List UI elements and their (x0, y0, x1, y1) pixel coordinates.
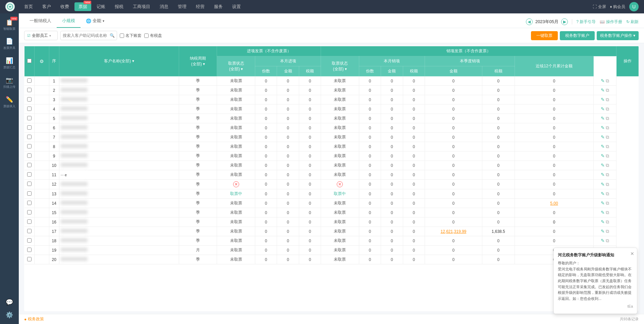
refresh-btn[interactable]: ↻ 刷新 (626, 19, 639, 25)
nav-home[interactable]: 首页 (20, 2, 37, 11)
sidebar-item-smart-ticket[interactable]: 📋 智能取票 new (0, 16, 19, 34)
nav-settings[interactable]: 设置 (228, 2, 245, 11)
nav-service[interactable]: 服务 (210, 2, 227, 11)
guide-btn[interactable]: ? 新手引导 (576, 19, 596, 25)
row-checkbox[interactable] (27, 219, 32, 224)
manual-btn[interactable]: 📖 操作手册 (600, 19, 622, 25)
policy-label[interactable]: 税务政策 (28, 316, 44, 322)
edit-icon[interactable]: ✎ (601, 182, 605, 187)
vip-btn[interactable]: ♦ 购会员 (610, 4, 625, 10)
notification-close-btn[interactable]: ✕ (630, 250, 634, 257)
edit-icon[interactable]: ✎ (601, 191, 605, 196)
highlight-value[interactable]: 5.00 (550, 201, 558, 206)
user-avatar[interactable]: U (629, 2, 639, 11)
sidebar-item-config[interactable]: ⚙️ (4, 309, 14, 321)
tab-small-scale[interactable]: 小规模 (57, 14, 80, 28)
edit-icon[interactable]: ✎ (601, 78, 605, 83)
sidebar-item-invoice-open[interactable]: 📄 发票开具 (0, 35, 19, 53)
row-checkbox[interactable] (27, 88, 32, 92)
copy-icon[interactable]: ⧉ (606, 87, 609, 93)
select-all-checkbox[interactable] (27, 59, 32, 63)
checkbox-sub-account[interactable]: 名下账套 (120, 33, 142, 39)
edit-icon[interactable]: ✎ (601, 153, 605, 158)
row-checkbox[interactable] (27, 135, 32, 139)
period-prev-btn[interactable]: ◀ (526, 18, 533, 25)
nav-tax[interactable]: 报税 (111, 2, 127, 11)
copy-icon[interactable]: ⧉ (606, 172, 609, 177)
row-checkbox[interactable] (27, 248, 32, 252)
tab-general-taxpayer[interactable]: 一般纳税人 (24, 14, 57, 28)
row-checkbox[interactable] (27, 144, 32, 148)
row-checkbox[interactable] (27, 182, 32, 186)
row-checkbox[interactable] (27, 116, 32, 120)
period-next-btn[interactable]: ▶ (561, 18, 568, 25)
row-checkbox[interactable] (27, 97, 32, 102)
nav-ticket[interactable]: 票据 new (74, 2, 91, 11)
row-checkbox[interactable] (27, 163, 32, 167)
row-checkbox[interactable] (27, 107, 32, 111)
copy-icon[interactable]: ⧉ (606, 229, 609, 234)
digital-account-op-btn[interactable]: 税务数字账户操作 ▾ (597, 31, 639, 40)
quarter-amount-highlight[interactable]: 12,621,319.99 (441, 229, 467, 234)
edit-icon[interactable]: ✎ (601, 172, 605, 177)
sidebar-item-scan[interactable]: 📷 扫描上传 (0, 74, 19, 92)
search-box[interactable]: 🔍 (60, 31, 117, 40)
sidebar-item-summary[interactable]: 📊 票据汇总 (0, 54, 19, 72)
row-checkbox[interactable] (27, 238, 32, 243)
copy-icon[interactable]: ⧉ (606, 200, 609, 206)
sidebar-item-entry[interactable]: ✏️ 票据录入 (0, 93, 19, 111)
copy-icon[interactable]: ⧉ (606, 210, 609, 215)
sidebar-item-message[interactable]: 💬 (4, 296, 14, 309)
row-checkbox[interactable] (27, 78, 32, 83)
edit-icon[interactable]: ✎ (601, 144, 605, 149)
nav-fee[interactable]: 收费 (56, 2, 73, 11)
edit-icon[interactable]: ✎ (601, 116, 605, 121)
nav-manage[interactable]: 管理 (174, 2, 191, 11)
row-checkbox[interactable] (27, 210, 32, 214)
nav-message[interactable]: 消息 (156, 2, 172, 11)
copy-icon[interactable]: ⧉ (606, 125, 609, 130)
checkbox-tax-disk[interactable]: 有税盘 (144, 33, 162, 39)
employee-select[interactable]: ☑ 全部员工 ▾ (24, 31, 58, 40)
edit-icon[interactable]: ✎ (601, 210, 605, 215)
copy-icon[interactable]: ⧉ (606, 219, 609, 224)
edit-icon[interactable]: ✎ (601, 106, 605, 112)
edit-icon[interactable]: ✎ (601, 219, 605, 224)
copy-icon[interactable]: ⧉ (606, 144, 609, 149)
tab-all[interactable]: 🌐 全能 ▾ (80, 14, 110, 28)
edit-icon[interactable]: ✎ (601, 238, 605, 243)
row-checkbox[interactable] (27, 257, 32, 261)
row-checkbox[interactable] (27, 125, 32, 130)
edit-icon[interactable]: ✎ (601, 200, 605, 206)
digital-account-btn[interactable]: 税务数字账户 (560, 31, 595, 40)
one-click-ticket-btn[interactable]: 一键取票 (531, 31, 558, 40)
copy-icon[interactable]: ⧉ (606, 78, 609, 83)
edit-icon[interactable]: ✎ (601, 134, 605, 140)
row-checkbox[interactable] (27, 172, 32, 177)
copy-icon[interactable]: ⧉ (606, 97, 609, 102)
edit-icon[interactable]: ✎ (601, 97, 605, 102)
copy-icon[interactable]: ⧉ (606, 153, 609, 158)
copy-icon[interactable]: ⧉ (606, 191, 609, 196)
copy-icon[interactable]: ⧉ (606, 163, 609, 168)
copy-icon[interactable]: ⧉ (606, 116, 609, 121)
tax-disk-checkbox[interactable] (144, 34, 149, 38)
search-input[interactable] (63, 33, 110, 38)
nav-business[interactable]: 工商项目 (129, 2, 154, 11)
row-checkbox[interactable] (27, 229, 32, 233)
edit-icon[interactable]: ✎ (601, 87, 605, 93)
settings-icon[interactable]: ⚙ (40, 59, 44, 64)
nav-operate[interactable]: 经营 (192, 2, 209, 11)
nav-customer[interactable]: 客户 (38, 2, 55, 11)
fullscreen-btn[interactable]: ⛶ 全屏 (593, 4, 606, 10)
copy-icon[interactable]: ⧉ (606, 238, 609, 243)
edit-icon[interactable]: ✎ (601, 125, 605, 130)
copy-icon[interactable]: ⧉ (606, 182, 609, 187)
copy-icon[interactable]: ⧉ (606, 106, 609, 112)
edit-icon[interactable]: ✎ (601, 163, 605, 168)
copy-icon[interactable]: ⧉ (606, 134, 609, 140)
row-checkbox[interactable] (27, 191, 32, 196)
row-checkbox[interactable] (27, 153, 32, 158)
edit-icon[interactable]: ✎ (601, 229, 605, 234)
sub-account-checkbox[interactable] (120, 34, 124, 38)
